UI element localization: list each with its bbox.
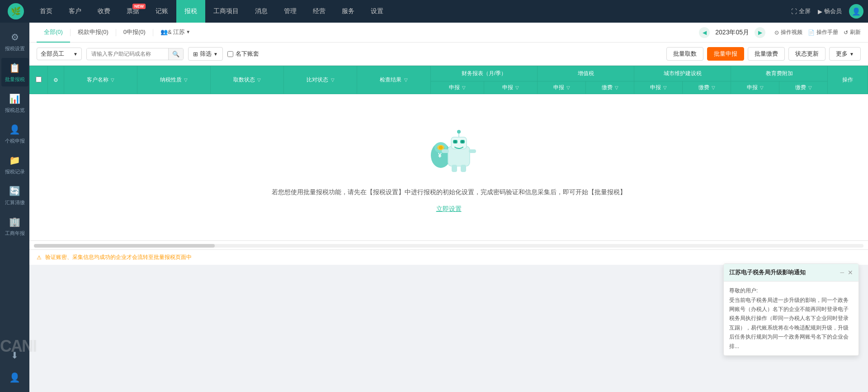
nav-billing[interactable]: 收费 <box>90 0 118 23</box>
date-prev-btn[interactable]: ◀ <box>699 27 710 38</box>
nav-operation[interactable]: 经营 <box>305 0 334 23</box>
nav-service[interactable]: 服务 <box>334 0 363 23</box>
video-action[interactable]: ⊙ 操作视频 <box>774 29 802 36</box>
status-update-button[interactable]: 状态更新 <box>788 47 826 61</box>
chevron-down-icon: ▼ <box>186 29 190 34</box>
th-city-construction: 城市维护建设税 <box>634 66 731 81</box>
nav-right: ⛶ 全屏 ▶ 畅会员 👤 <box>791 4 863 19</box>
scroll-thumb[interactable] <box>34 244 215 248</box>
filter-button[interactable]: ⊞ 筛选 ▼ <box>188 47 223 61</box>
nav-business[interactable]: 工商项目 <box>205 0 247 23</box>
tab-tax-report[interactable]: 税款申报(0) <box>71 23 116 43</box>
sidebar-item-annual-report[interactable]: 🏢 工商年报 <box>1 212 28 240</box>
tab-zero-report[interactable]: 0申报(0) <box>116 23 153 43</box>
th-fetch-status[interactable]: 取数状态 ▽ <box>211 66 284 94</box>
svg-rect-13 <box>442 149 449 153</box>
sidebar-download[interactable]: ⬇ <box>1 345 28 365</box>
svg-rect-16 <box>461 165 466 172</box>
refresh-icon: ↺ <box>844 29 848 36</box>
nav-customer[interactable]: 客户 <box>61 0 90 23</box>
th-tax-nature[interactable]: 纳税性质 ▽ <box>137 66 211 94</box>
svg-point-9 <box>454 140 457 143</box>
tabs-bar: 全部(0) 税款申报(0) 0申报(0) 👥 & 江苏 ▼ ◀ 2023年05月… <box>29 23 868 43</box>
notif-minimize-icon[interactable]: ─ <box>840 269 844 276</box>
nav-tax[interactable]: 报税 <box>176 0 205 23</box>
tax-overview-icon: 📊 <box>9 92 21 105</box>
sidebar-item-tax-records[interactable]: 📁 报税记录 <box>1 150 28 179</box>
search-input[interactable] <box>87 48 168 59</box>
filter-chevron-icon: ▼ <box>213 52 218 57</box>
th-operation: 操作 <box>828 66 868 94</box>
batch-report-button[interactable]: 批量申报 <box>707 47 744 61</box>
fullscreen-btn[interactable]: ⛶ 全屏 <box>791 7 811 15</box>
sidebar-item-tax-overview[interactable]: 📊 报税总览 <box>1 89 28 117</box>
date-navigation: ◀ 2023年05月 ▶ <box>699 27 765 38</box>
select-all-checkbox[interactable] <box>36 76 42 82</box>
svg-rect-14 <box>469 149 476 153</box>
manual-action[interactable]: 📄 操作手册 <box>808 29 838 36</box>
th-check-result[interactable]: 检查结果 ▽ <box>357 66 430 94</box>
tab-all[interactable]: 全部(0) <box>37 23 70 43</box>
scroll-track <box>34 244 863 248</box>
account-checkbox[interactable] <box>227 51 233 57</box>
nav-home[interactable]: 首页 <box>32 0 61 23</box>
th-edu-report[interactable]: 申报 ▽ <box>731 81 779 94</box>
nav-accounting[interactable]: 记账 <box>147 0 176 23</box>
sidebar-user[interactable]: 👤 <box>1 368 28 387</box>
th-edu-pay[interactable]: 缴费 ▽ <box>779 81 828 94</box>
notification-close-btn[interactable]: ✕ <box>848 269 853 276</box>
refresh-action[interactable]: ↺ 刷新 <box>844 29 861 36</box>
filter-icon: ⊞ <box>193 51 198 57</box>
employee-select[interactable]: 全部员工 ▼ <box>37 48 82 60</box>
th-vat-pay[interactable]: 缴费 ▽ <box>586 81 634 94</box>
member-btn[interactable]: ▶ 畅会员 <box>818 7 842 15</box>
top-actions: ⊙ 操作视频 📄 操作手册 ↺ 刷新 <box>774 29 861 36</box>
logo-icon: 🌿 <box>8 3 24 19</box>
nav-settings[interactable]: 设置 <box>363 0 392 23</box>
download-icon: ⬇ <box>9 349 21 362</box>
th-city-pay[interactable]: 缴费 ▽ <box>683 81 731 94</box>
svg-rect-15 <box>452 165 457 172</box>
sidebar-item-annual-settlement[interactable]: 🔄 汇算清缴 <box>1 181 28 210</box>
svg-point-10 <box>461 140 464 143</box>
nav-message[interactable]: 消息 <box>247 0 276 23</box>
more-chevron-icon: ▼ <box>849 52 854 57</box>
annual-report-icon: 🏢 <box>9 215 21 228</box>
more-button[interactable]: 更多 ▼ <box>829 47 861 61</box>
nav-management[interactable]: 管理 <box>276 0 305 23</box>
new-badge: NEW <box>132 4 146 9</box>
svg-point-4 <box>439 146 443 149</box>
th-education-tax: 教育费附加 <box>731 66 828 81</box>
batch-tax-icon: 📋 <box>9 62 21 74</box>
batch-fetch-button[interactable]: 批量取数 <box>666 47 703 61</box>
th-vat-report[interactable]: 申报 ▽ <box>538 81 586 94</box>
sidebar-item-tax-settings[interactable]: ⚙ 报税设置 <box>1 27 28 56</box>
th-checkbox <box>30 66 48 94</box>
search-button[interactable]: 🔍 <box>168 48 183 60</box>
data-table-container: ⚙ 客户名称 ▽ 纳税性质 ▽ 取数状态 ▽ 比对状态 ▽ 检查结果 ▽ 财务报… <box>29 66 868 240</box>
play-icon: ▶ <box>818 8 822 15</box>
th-fin-report[interactable]: 申报 ▽ <box>430 81 484 94</box>
th-fin-report2[interactable]: 申报 ▽ <box>484 81 538 94</box>
th-settings: ⚙ <box>48 66 64 94</box>
nav-items: 首页 客户 收费 票据 NEW 记账 报税 工商项目 消息 管理 经营 服务 设… <box>32 0 791 23</box>
tab-region[interactable]: 👥 & 江苏 ▼ <box>153 23 198 43</box>
th-customer[interactable]: 客户名称 ▽ <box>64 66 137 94</box>
batch-pay-button[interactable]: 批量缴费 <box>748 47 785 61</box>
notification-title: 江苏电子税务局升级影响通知 <box>729 268 806 277</box>
scroll-bar-area <box>29 240 868 249</box>
nav-invoice[interactable]: 票据 NEW <box>118 0 147 23</box>
search-input-wrap: 🔍 <box>86 48 184 60</box>
top-navigation: 🌿 首页 客户 收费 票据 NEW 记账 报税 工商项目 消息 管理 经营 服务… <box>0 0 868 23</box>
sidebar-item-personal-tax[interactable]: 👤 个税申报 <box>1 120 28 148</box>
checkbox-label[interactable]: 名下账套 <box>227 50 259 58</box>
date-display: 2023年05月 <box>715 29 749 37</box>
th-city-report[interactable]: 申报 ▽ <box>634 81 683 94</box>
bottom-bar: ⚠ 验证账密、采集信息均成功的企业才会流转至批量报税页面中 <box>29 249 868 265</box>
date-next-btn[interactable]: ▶ <box>755 27 765 38</box>
fullscreen-icon: ⛶ <box>791 8 797 15</box>
user-avatar[interactable]: 👤 <box>849 4 863 19</box>
setup-link[interactable]: 立即设置 <box>436 205 462 213</box>
sidebar-item-batch-tax[interactable]: 📋 批量报税 <box>1 58 28 86</box>
th-compare-status[interactable]: 比对状态 ▽ <box>284 66 357 94</box>
